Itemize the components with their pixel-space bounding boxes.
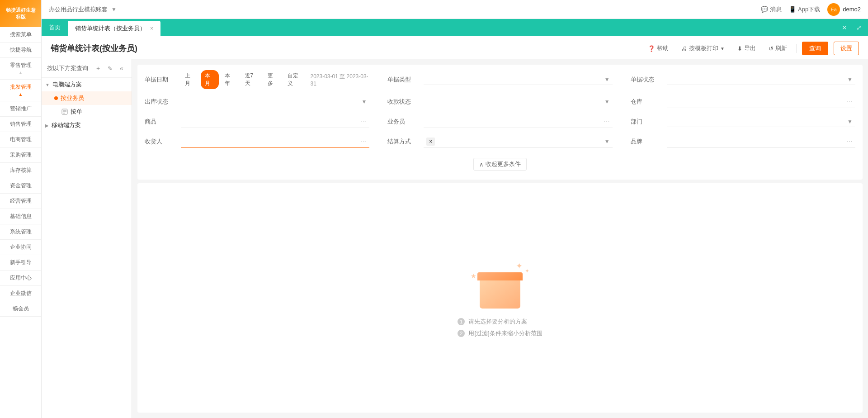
tab-close-icon[interactable]: × [150,25,153,32]
tree-item-by-salesperson[interactable]: 按业务员 [42,91,132,105]
retail-arrow-icon: ▲ [19,70,23,75]
sidebar-item-member[interactable]: 畅会员 [0,301,41,317]
wholesale-arrow-icon: ▲ [19,92,23,97]
sparkle-small-icon: ✦ [525,268,529,274]
refresh-icon: ↺ [769,45,774,52]
sidebar-item-retail[interactable]: 零售管理 ▲ [0,58,41,80]
operations-label: 经营管理 [2,197,39,205]
sidebar-item-purchase[interactable]: 采购管理 [0,147,41,163]
topbar-app-btn[interactable]: 📱 App下载 [789,5,820,14]
payment-tag-close[interactable]: × [429,138,432,145]
refresh-btn[interactable]: ↺ 刷新 [765,43,791,54]
sidebar-item-ecommerce[interactable]: 电商管理 [0,132,41,147]
filter-doctype-input[interactable]: ▼ [424,75,612,85]
message-label: 消息 [770,5,782,14]
sales-label: 销售管理 [2,120,39,128]
topbar-user[interactable]: Ea demo2 [827,3,861,16]
sidebar-item-cooperation[interactable]: 企业协同 [0,240,41,255]
finance-label: 资金管理 [2,182,39,190]
sidebar: 畅捷通好生意 标版 搜索菜单 快捷导航 零售管理 ▲ 批发管理 ▲ 营销推广 销… [0,0,42,418]
page-actions: ❓ 帮助 🖨 按模板打印 ▼ ⬇ 导出 ↺ 刷新 查询 设置 [644,42,859,55]
sidebar-item-quicknav[interactable]: 快捷导航 [0,43,41,58]
tree-item-by-order[interactable]: 按单 [42,105,132,119]
filter-salesperson-input[interactable]: ··· [424,116,612,128]
tab-close-btn[interactable]: ✕ [839,22,850,33]
filter-doctype-item: 单据类型 ▼ [387,72,612,87]
receiver-dots-icon[interactable]: ··· [361,138,367,146]
brand-dots-icon[interactable]: ··· [847,138,853,146]
sidebar-item-sales[interactable]: 销售管理 [0,117,41,132]
date-7days-btn[interactable]: 近7天 [241,70,262,89]
goods-dots-icon[interactable]: ··· [361,118,367,126]
filter-dept-input[interactable]: ▼ [667,117,855,127]
filter-doctype-label: 单据类型 [387,76,424,84]
topbar-dropdown-icon[interactable]: ▼ [111,6,117,13]
tab-maximize-btn[interactable]: ⤢ [854,22,864,33]
payment-tag: × [426,138,435,146]
filter-dept-item: 部门 ▼ [631,114,855,129]
date-cur-year-btn[interactable]: 本年 [221,70,239,89]
filter-delivery-input[interactable]: ▼ [181,97,369,107]
sidebar-item-inventory[interactable]: 库存核算 [0,163,41,178]
username-label: demo2 [843,6,861,13]
sidebar-item-wechat[interactable]: 企业微信 [0,286,41,301]
date-prev-month-btn[interactable]: 上月 [181,70,199,89]
filter-row-3: 商品 ··· 业务员 ··· 部门 [145,114,855,129]
collapse-panel-btn[interactable]: « [117,64,126,73]
marketing-label: 营销推广 [2,105,39,113]
filter-brand-label: 品牌 [631,138,667,146]
sidebar-item-search[interactable]: 搜索菜单 [0,27,41,43]
tip-num-1: 1 [458,318,465,325]
filter-collection-input[interactable]: ▼ [424,97,612,107]
divider [796,44,797,53]
doctype-dropdown-icon: ▼ [604,76,610,83]
sidebar-item-finance[interactable]: 资金管理 [0,178,41,194]
print-btn[interactable]: 🖨 按模板打印 ▼ [678,43,728,54]
tab-home-label: 首页 [49,24,61,32]
dept-dropdown-icon: ▼ [847,119,853,125]
filter-payment-input[interactable]: × ▼ [424,136,612,148]
sidebar-item-wholesale[interactable]: 批发管理 ▲ [0,80,41,101]
filter-goods-input[interactable]: ··· [181,116,369,128]
topbar-message-btn[interactable]: 💬 消息 [761,5,782,14]
filter-receiver-input[interactable]: ··· [181,136,369,148]
export-btn[interactable]: ⬇ 导出 [734,43,760,54]
payment-dropdown-icon: ▼ [604,138,610,145]
filter-brand-input[interactable]: ··· [667,136,855,148]
filter-docstatus-input[interactable]: ▼ [667,75,855,85]
sidebar-item-newbie[interactable]: 新手引导 [0,255,41,271]
filter-payment-item: 结算方式 × ▼ [387,134,612,149]
sidebar-item-system[interactable]: 系统管理 [0,224,41,240]
warehouse-dots-icon[interactable]: ··· [847,98,853,106]
sidebar-item-appcenter[interactable]: 应用中心 [0,271,41,286]
logo-subtext: 标版 [16,14,26,20]
avatar-initials: Ea [831,7,837,12]
sidebar-item-operations[interactable]: 经营管理 [0,194,41,209]
collapse-up-icon: ∧ [479,161,484,168]
sparkle-icon: ✦ [516,261,523,271]
help-btn[interactable]: ❓ 帮助 [644,43,672,54]
box-lid [477,272,523,280]
edit-scheme-btn[interactable]: ✎ [105,64,114,73]
settings-btn[interactable]: 设置 [834,42,859,55]
date-cur-month-btn[interactable]: 本月 [201,70,219,89]
left-panel-header: 按以下方案查询 + ✎ « [42,59,132,78]
tab-home[interactable]: 首页 [42,19,68,36]
filter-date-label: 单据日期 [145,76,181,84]
salesperson-dots-icon[interactable]: ··· [604,118,609,126]
collapse-conditions-btn[interactable]: ∧ 收起更多条件 [473,158,527,171]
wholesale-label: 批发管理 [2,83,39,91]
tab-active[interactable]: 销货单统计表（按业务员） × [68,21,160,36]
date-more-btn[interactable]: 更多 [264,70,282,89]
sidebar-logo[interactable]: 畅捷通好生意 标版 [0,0,41,27]
filter-warehouse-input[interactable]: ··· [667,96,855,108]
filter-collection-label: 收款状态 [387,98,424,106]
sidebar-item-basic[interactable]: 基础信息 [0,209,41,224]
date-custom-btn[interactable]: 自定义 [283,70,307,89]
mobile-icon: 📱 [789,6,796,13]
query-btn[interactable]: 查询 [802,42,828,55]
add-scheme-btn[interactable]: + [94,64,103,73]
sidebar-item-marketing[interactable]: 营销推广 [0,101,41,117]
collapse-label: 收起更多条件 [486,160,521,168]
tip-text-1: 请先选择要分析的方案 [468,318,527,326]
